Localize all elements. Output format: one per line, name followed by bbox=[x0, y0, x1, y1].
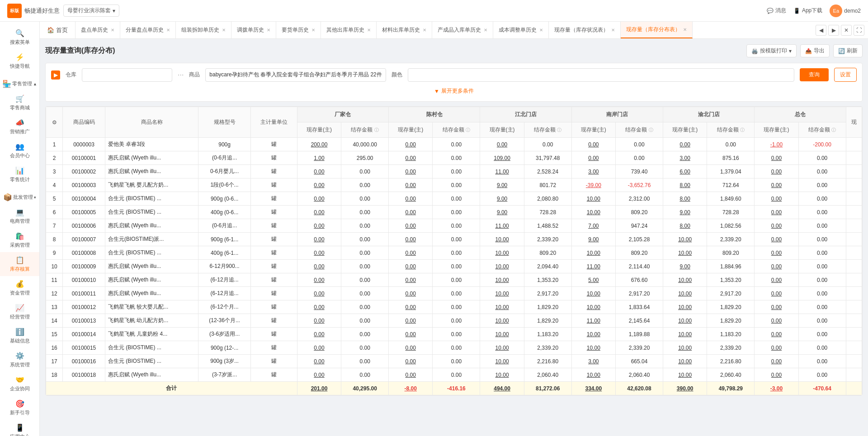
cell-factory-stock[interactable]: 0.00 bbox=[297, 368, 341, 382]
cell-jiangbei-stock[interactable]: 10.00 bbox=[480, 287, 524, 300]
warehouse-dots[interactable]: ··· bbox=[178, 71, 184, 79]
total-yubeimen-stock[interactable]: 390.00 bbox=[663, 382, 707, 395]
cell-yubeimen-stock[interactable]: 9.00 bbox=[663, 260, 707, 273]
cell-factory-stock[interactable]: 0.00 bbox=[297, 314, 341, 328]
col-settings-icon[interactable]: ⚙ bbox=[46, 107, 63, 138]
cell-yubeimen-stock[interactable]: 10.00 bbox=[663, 355, 707, 368]
cell-yubeimen-stock[interactable]: 10.00 bbox=[663, 233, 707, 246]
cell-yubeimen-stock[interactable]: 8.00 bbox=[663, 192, 707, 206]
cell-yubeimen-stock[interactable]: 10.00 bbox=[663, 314, 707, 328]
sidebar-item-retail-stat[interactable]: 📊 零售统计 bbox=[0, 163, 39, 187]
tab-material-out-close[interactable]: ✕ bbox=[423, 28, 426, 33]
cell-chengjia-stock[interactable]: 0.00 bbox=[389, 151, 433, 165]
total-chengjia-stock[interactable]: -8.00 bbox=[389, 382, 433, 395]
total-jiangbei-stock[interactable]: 494.00 bbox=[480, 382, 524, 395]
cell-yubeimen-stock[interactable]: 8.00 bbox=[663, 178, 707, 192]
cell-total-stock[interactable]: 0.00 bbox=[755, 341, 798, 355]
tab-transfer[interactable]: 调拨单历史 ✕ bbox=[231, 22, 276, 38]
tab-stock-dist-close[interactable]: ✕ bbox=[683, 27, 687, 32]
cell-nanan-stock[interactable]: 0.00 bbox=[571, 151, 615, 165]
cell-nanan-stock[interactable]: 3.00 bbox=[571, 165, 615, 178]
tab-assembly-close[interactable]: ✕ bbox=[222, 28, 226, 33]
cell-total-stock[interactable]: 0.00 bbox=[755, 328, 798, 341]
total-nanan-stock[interactable]: 334.00 bbox=[571, 382, 615, 395]
sidebar-item-basic[interactable]: ℹ️ 基础信息 bbox=[0, 324, 39, 348]
cell-jiangbei-stock[interactable]: 10.00 bbox=[480, 233, 524, 246]
sidebar-item-enterprise[interactable]: 🤝 企业协同 bbox=[0, 372, 39, 396]
tab-requisition[interactable]: 要货单历史 ✕ bbox=[276, 22, 321, 38]
cell-factory-stock[interactable]: 0.00 bbox=[297, 192, 341, 206]
sidebar-item-retail[interactable]: 🏪 零售管理 ▲ bbox=[0, 77, 39, 91]
cell-total-stock[interactable]: 0.00 bbox=[755, 192, 798, 206]
tab-material-out[interactable]: 材料出库单历史 ✕ bbox=[377, 22, 432, 38]
sidebar-item-system[interactable]: ⚙️ 系统管理 bbox=[0, 348, 39, 372]
settings-button[interactable]: 设置 bbox=[834, 68, 857, 82]
cell-jiangbei-stock[interactable]: 11.00 bbox=[480, 165, 524, 178]
tab-assembly[interactable]: 组装拆卸单历史 ✕ bbox=[176, 22, 231, 38]
cell-yubeimen-stock[interactable]: 3.00 bbox=[663, 151, 707, 165]
cell-nanan-stock[interactable]: 10.00 bbox=[571, 246, 615, 260]
cell-factory-stock[interactable]: 0.00 bbox=[297, 246, 341, 260]
cell-factory-stock[interactable]: 0.00 bbox=[297, 233, 341, 246]
tab-finished-in[interactable]: 产成品入库单历史 ✕ bbox=[432, 22, 493, 38]
tab-other-out[interactable]: 其他出库单历史 ✕ bbox=[321, 22, 377, 38]
tab-fullscreen-button[interactable]: ⛶ bbox=[854, 25, 864, 36]
sidebar-item-retail-store[interactable]: 🛒 零售商城 bbox=[0, 91, 39, 115]
refresh-button[interactable]: 🔄 刷新 bbox=[833, 44, 863, 57]
cell-total-stock[interactable]: 0.00 bbox=[755, 260, 798, 273]
cell-factory-stock[interactable]: 0.00 bbox=[297, 287, 341, 300]
goods-input[interactable] bbox=[205, 68, 386, 82]
tab-stock-status[interactable]: 现存量（库存状况表） ✕ bbox=[549, 22, 621, 38]
cell-factory-stock[interactable]: 0.00 bbox=[297, 341, 341, 355]
cell-chengjia-stock[interactable]: 0.00 bbox=[389, 246, 433, 260]
cell-total-stock[interactable]: 0.00 bbox=[755, 219, 798, 233]
warehouse-input[interactable] bbox=[82, 68, 172, 82]
cell-chengjia-stock[interactable]: 0.00 bbox=[389, 233, 433, 246]
cell-yubeimen-stock[interactable]: 10.00 bbox=[663, 368, 707, 382]
cell-yubeimen-stock[interactable]: 10.00 bbox=[663, 246, 707, 260]
color-input[interactable] bbox=[408, 68, 794, 82]
cell-jiangbei-stock[interactable]: 0.00 bbox=[480, 138, 524, 151]
cell-yubeimen-stock[interactable]: 10.00 bbox=[663, 287, 707, 300]
cell-nanan-stock[interactable]: 7.00 bbox=[571, 219, 615, 233]
cell-factory-stock[interactable]: 0.00 bbox=[297, 328, 341, 341]
cell-jiangbei-stock[interactable]: 10.00 bbox=[480, 246, 524, 260]
cell-yubeimen-stock[interactable]: 10.00 bbox=[663, 300, 707, 314]
cell-nanan-stock[interactable]: 10.00 bbox=[571, 192, 615, 206]
cell-yubeimen-stock[interactable]: 0.00 bbox=[663, 138, 707, 151]
cell-factory-stock[interactable]: 0.00 bbox=[297, 178, 341, 192]
cell-jiangbei-stock[interactable]: 9.00 bbox=[480, 192, 524, 206]
tab-stocktake-close[interactable]: ✕ bbox=[111, 28, 114, 33]
cell-total-stock[interactable]: 0.00 bbox=[755, 287, 798, 300]
tab-stock-status-close[interactable]: ✕ bbox=[611, 28, 615, 33]
user-menu[interactable]: Ea demo2 bbox=[830, 5, 861, 17]
cell-factory-stock[interactable]: 0.00 bbox=[297, 260, 341, 273]
cell-nanan-stock[interactable]: 5.00 bbox=[571, 273, 615, 287]
expand-conditions[interactable]: ▼ 展开更多条件 bbox=[430, 85, 477, 97]
cell-nanan-stock[interactable]: 10.00 bbox=[571, 206, 615, 219]
cell-total-stock[interactable]: 0.00 bbox=[755, 151, 798, 165]
cell-chengjia-stock[interactable]: 0.00 bbox=[389, 206, 433, 219]
tab-close-all-button[interactable]: ✕ bbox=[841, 25, 852, 36]
sidebar-item-operations[interactable]: 📈 经营管理 bbox=[0, 300, 39, 324]
cell-yubeimen-stock[interactable]: 6.00 bbox=[663, 165, 707, 178]
tab-cost-adjust[interactable]: 成本调整单历史 ✕ bbox=[493, 22, 549, 38]
print-button[interactable]: 🖨️ 按模版打印 ▾ bbox=[746, 44, 797, 57]
cell-yubeimen-stock[interactable]: 9.00 bbox=[663, 206, 707, 219]
cell-total-stock[interactable]: 0.00 bbox=[755, 178, 798, 192]
sidebar-item-quick[interactable]: ⚡ 快捷导航 bbox=[0, 49, 39, 73]
tab-portion-close[interactable]: ✕ bbox=[166, 28, 170, 33]
sidebar-item-app-center[interactable]: 📱 应用中心 bbox=[0, 420, 39, 436]
cell-nanan-stock[interactable]: 3.00 bbox=[571, 355, 615, 368]
cell-chengjia-stock[interactable]: 0.00 bbox=[389, 138, 433, 151]
tab-cost-adjust-close[interactable]: ✕ bbox=[539, 28, 543, 33]
cell-jiangbei-stock[interactable]: 109.00 bbox=[480, 151, 524, 165]
sidebar-item-member[interactable]: 👥 会员中心 bbox=[0, 139, 39, 163]
export-button[interactable]: 📤 导出 bbox=[800, 44, 830, 57]
cell-chengjia-stock[interactable]: 0.00 bbox=[389, 165, 433, 178]
sidebar-item-guide[interactable]: 🎯 新手引导 bbox=[0, 396, 39, 420]
cell-nanan-stock[interactable]: -39.00 bbox=[571, 178, 615, 192]
total-factory-stock[interactable]: 201.00 bbox=[297, 382, 341, 395]
search-button[interactable]: 查询 bbox=[800, 68, 829, 81]
cell-nanan-stock[interactable]: 10.00 bbox=[571, 300, 615, 314]
